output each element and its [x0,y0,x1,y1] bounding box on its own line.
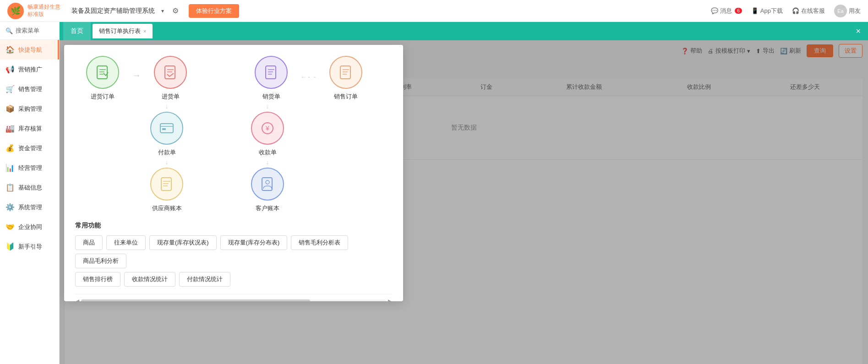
marketing-icon: 📢 [5,65,15,74]
svg-rect-4 [165,66,175,79]
scroll-left-arrow[interactable]: ◀ [75,298,79,301]
app-container: 🌿 畅康通好生意 标准版 装备及固定资产辅助管理系统 ▾ ⚙ 体验行业方案 💬 … [0,0,868,364]
message-item[interactable]: 💬 消息 6 [711,7,742,15]
arrow-down-purchase: ↓ [139,103,194,110]
scroll-right-arrow[interactable]: ▶ [388,298,392,301]
sidebar-item-basic-info[interactable]: 📋 基础信息 [0,178,59,197]
sidebar-item-system[interactable]: ⚙️ 系统管理 [0,197,59,217]
search-icon: 🔍 [5,27,13,34]
sidebar-item-marketing[interactable]: 📢 营销推广 [0,60,59,79]
finance-icon: 💰 [5,144,15,152]
function-grid: 商品 往来单位 现存量(库存状况表) 现存量(库存分布表) 销售毛利分析表 商品… [75,235,392,268]
supplier-account-circle [150,168,183,201]
inventory-icon: 🏭 [5,124,15,133]
settings-icon[interactable]: ⚙ [172,6,179,15]
arrow-down-receipt: ↓ [240,158,295,166]
common-functions-title: 常用功能 [75,222,392,230]
svg-rect-15 [160,124,173,133]
func-btn-4[interactable]: 销售毛利分析表 [291,235,348,250]
title-dropdown-icon[interactable]: ▾ [161,8,164,14]
receipt-bill-circle: ¥ [251,112,284,145]
payment-bill-circle [150,112,183,145]
flow-node-sales-order[interactable]: 销售订单 [318,56,373,101]
scrollbar-thumb [81,299,310,301]
svg-rect-0 [97,66,107,79]
message-badge: 6 [735,8,742,14]
svg-rect-17 [162,128,166,130]
flow-node-payment-bill[interactable]: 付款单 [139,112,194,157]
window-close-btn[interactable]: × [856,27,861,35]
modal-overlay: 进货订单 → [60,40,868,364]
purchase-icon: 📦 [5,104,15,113]
user-item[interactable]: Ea 用友 [834,5,861,17]
top-header: 🌿 畅康通好生意 标准版 装备及固定资产辅助管理系统 ▾ ⚙ 体验行业方案 💬 … [0,0,868,22]
page-content: ❓ 帮助 🖨 按模板打印 ▾ ⬆ 导出 🔄 刷新 [60,40,868,364]
flow-node-sales-bill[interactable]: 销货单 [244,56,299,101]
sidebar-item-enterprise[interactable]: 🤝 企业协同 [0,217,59,237]
func-btn-2[interactable]: 现存量(库存状况表) [149,235,217,250]
flow-node-supplier-account[interactable]: 供应商账本 [139,168,194,212]
enterprise-icon: 🤝 [5,223,15,231]
flow-node-purchase-bill[interactable]: 进货单 [143,56,198,101]
header-left: 🌿 畅康通好生意 标准版 装备及固定资产辅助管理系统 ▾ ⚙ 体验行业方案 [7,3,239,19]
svg-rect-11 [340,66,350,79]
online-service-item[interactable]: 🎧 在线客服 [792,7,825,15]
sales-icon: 🛒 [5,85,15,93]
sidebar-item-quick-nav[interactable]: 🏠 快捷导航 [0,40,59,60]
func-btn-0[interactable]: 商品 [75,235,103,250]
logo-area: 🌿 畅康通好生意 标准版 [7,3,62,19]
trial-button[interactable]: 体验行业方案 [189,4,239,18]
tab-active[interactable]: 销售订单执行表 × [93,24,153,38]
header-right: 💬 消息 6 📱 App下载 🎧 在线客服 Ea 用友 [711,5,861,17]
purchase-bill-circle [154,56,187,89]
arrow-sales-order-to-bill: ←- - [300,73,317,101]
flow-diagram: 进货订单 → [75,56,392,212]
avatar: Ea [834,5,847,17]
logo-text: 畅康通好生意 标准版 [27,4,60,18]
func-btn-6[interactable]: 销售排行榜 [75,272,120,287]
customer-account-circle [251,168,284,201]
flow-node-customer-account[interactable]: 客户账本 [240,168,295,212]
tab-close-icon[interactable]: × [143,28,146,34]
tab-bar: 首页 销售订单执行表 × × [60,22,868,40]
logo-icon: 🌿 [7,3,24,19]
sidebar-item-operations[interactable]: 📊 经营管理 [0,158,59,178]
sidebar-item-inventory[interactable]: 🏭 库存核算 [0,119,59,138]
flow-node-purchase-order[interactable]: 进货订单 [75,56,130,101]
search-menu[interactable]: 🔍 搜索菜单 [0,22,59,40]
func-btn-3[interactable]: 现存量(库存分布表) [220,235,288,250]
func-btn-5[interactable]: 商品毛利分析 [75,254,126,268]
quick-nav-icon: 🏠 [5,45,15,54]
sidebar-item-finance[interactable]: 💰 资金管理 [0,138,59,158]
common-functions: 常用功能 商品 往来单位 现存量(库存状况表) 现存量(库存分布表) 销售毛利分… [75,222,392,287]
func-btn-7[interactable]: 收款情况统计 [124,272,175,287]
message-icon: 💬 [711,7,718,14]
system-icon: ⚙️ [5,203,15,212]
tab-home[interactable]: 首页 [63,22,91,40]
func-btn-8[interactable]: 付款情况统计 [179,272,230,287]
function-grid-2: 销售排行榜 收款情况统计 付款情况统计 [75,272,392,287]
online-service-icon: 🎧 [792,7,799,14]
sidebar: 🔍 搜索菜单 🏠 快捷导航 📢 营销推广 🛒 销售管理 📦 采购管理 🏭 [0,22,60,364]
purchase-order-circle [86,56,119,89]
sales-bill-circle [255,56,288,89]
sidebar-item-sales[interactable]: 🛒 销售管理 [0,79,59,99]
sidebar-item-purchase[interactable]: 📦 采购管理 [0,99,59,119]
svg-text:¥: ¥ [265,125,269,132]
func-btn-1[interactable]: 往来单位 [106,235,146,250]
sales-order-circle [329,56,362,89]
flow-modal: 进货订单 → [64,45,403,301]
system-title: 装备及固定资产辅助管理系统 [71,7,155,15]
sidebar-item-newbie[interactable]: 🔰 新手引导 [0,237,59,256]
content-area: 首页 销售订单执行表 × × ❓ 帮助 🖨 按模板打印 [60,22,868,364]
main-layout: 🔍 搜索菜单 🏠 快捷导航 📢 营销推广 🛒 销售管理 📦 采购管理 🏭 [0,22,868,364]
newbie-icon: 🔰 [5,242,15,251]
app-download-item[interactable]: 📱 App下载 [751,7,783,15]
operations-icon: 📊 [5,163,15,172]
app-download-icon: 📱 [751,7,759,14]
flow-node-receipt-bill[interactable]: ¥ 收款单 [240,112,295,157]
scrollbar-track[interactable] [81,299,386,301]
svg-rect-20 [161,178,171,190]
modal-scrollbar: ◀ ▶ [75,294,392,301]
arrow-purchase-order-to-bill: → [132,70,141,101]
